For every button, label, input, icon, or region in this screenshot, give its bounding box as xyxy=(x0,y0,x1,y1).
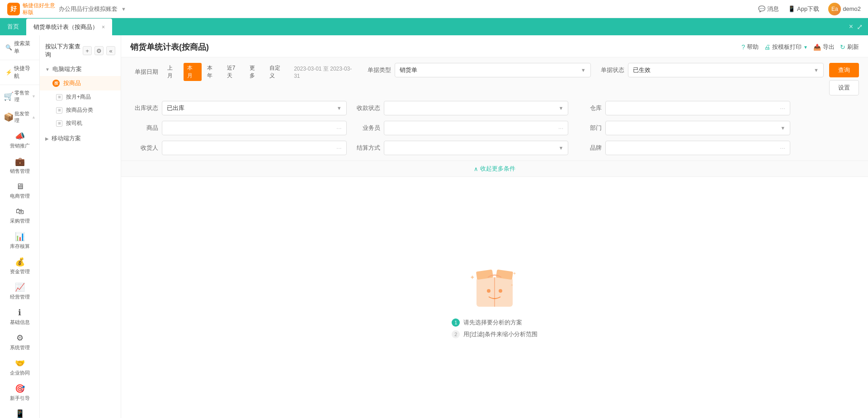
print-dropdown-icon[interactable]: ▼ xyxy=(803,45,808,50)
scheme-group-mobile-header[interactable]: ▶ 移动端方案 xyxy=(40,132,121,145)
filter-inner: 单据日期 上月 本月 本年 近7天 更多 自定义 20 xyxy=(121,57,868,155)
message-icon: 💬 xyxy=(758,5,765,12)
scheme-item-by-month-product[interactable]: ⊞ 按月+商品 xyxy=(40,90,121,104)
search-menu[interactable]: 🔍 搜索菜单 xyxy=(0,35,39,60)
salesperson-input[interactable]: ··· xyxy=(384,121,569,135)
svg-point-4 xyxy=(487,289,491,293)
sidebar-item-appcenter[interactable]: 📱 应用中心 xyxy=(0,404,39,418)
consignee-input[interactable]: ··· xyxy=(162,141,347,155)
tab-minimize-icon[interactable]: × xyxy=(849,23,853,31)
sidebar-item-ecommerce[interactable]: 🖥 电商管理 xyxy=(0,177,39,202)
sidebar-item-sales[interactable]: 💼 销售管理 xyxy=(0,152,39,177)
scheme-settings-button[interactable]: ⚙ xyxy=(94,46,104,55)
print-icon: 🖨 xyxy=(764,43,770,51)
help-button[interactable]: ? 帮助 xyxy=(741,43,759,51)
doc-status-input[interactable]: 已生效 ▼ xyxy=(628,63,824,77)
date-tab-7days[interactable]: 近7天 xyxy=(223,63,245,81)
scheme-collapse-button[interactable]: « xyxy=(106,46,115,55)
out-status-label: 出库状态 xyxy=(130,104,162,112)
tab-maximize-icon[interactable]: ⤢ xyxy=(857,23,863,31)
doc-type-input[interactable]: 销货单 ▼ xyxy=(395,63,590,77)
date-tab-more[interactable]: 更多 xyxy=(246,63,264,81)
empty-steps: 1 请先选择要分析的方案 2 用[过滤]条件来缩小分析范围 xyxy=(452,318,537,338)
out-status-value: 已出库 xyxy=(167,104,184,112)
consignee-label: 收货人 xyxy=(130,144,162,152)
page-title-bar: 销货单统计表(按商品) ? 帮助 🖨 按模板打印 ▼ 📤 导出 xyxy=(121,35,868,57)
brand-dots-icon[interactable]: ··· xyxy=(780,144,785,152)
scheme-add-button[interactable]: + xyxy=(83,46,92,55)
salesperson-dots-icon[interactable]: ··· xyxy=(558,124,564,132)
topbar-title: 办公用品行业模拟账套 xyxy=(59,5,118,13)
date-tab-this-year[interactable]: 本年 xyxy=(203,63,222,81)
date-tab-last-month[interactable]: 上月 xyxy=(164,63,182,81)
tab-home[interactable]: 首页 xyxy=(0,18,26,35)
scheme-group-desktop-header[interactable]: ▼ 电脑端方案 xyxy=(40,62,121,76)
avatar: Ea xyxy=(828,3,841,15)
consignee-dots-icon[interactable]: ··· xyxy=(336,144,342,152)
purchase-icon: 🛍 xyxy=(16,207,24,216)
date-tab-this-month[interactable]: 本月 xyxy=(184,63,202,81)
department-label: 部门 xyxy=(574,124,605,132)
finance-icon: 💰 xyxy=(15,257,25,267)
refresh-button[interactable]: ↻ 刷新 xyxy=(840,43,859,51)
product-dots-icon[interactable]: ··· xyxy=(336,124,342,132)
tabbar-actions: × ⤢ xyxy=(849,23,868,31)
doc-status-arrow-icon: ▼ xyxy=(814,67,819,73)
query-button[interactable]: 查询 xyxy=(829,63,859,77)
scheme-header-label: 按以下方案查询 xyxy=(45,43,83,59)
brand-input[interactable]: ··· xyxy=(605,141,790,155)
retail-icon: 🛒 xyxy=(4,91,14,101)
warehouse-label: 仓库 xyxy=(574,104,605,112)
product-input[interactable]: ··· xyxy=(162,121,347,135)
out-status-input[interactable]: 已出库 ▼ xyxy=(162,101,347,115)
print-button[interactable]: 🖨 按模板打印 ▼ xyxy=(764,43,808,51)
sidebar-item-system[interactable]: ⚙ 系统管理 xyxy=(0,328,39,354)
tab-active[interactable]: 销货单统计表（按商品） × xyxy=(26,19,112,36)
newbie-icon: 🎯 xyxy=(15,384,25,394)
sidebar-item-wholesale[interactable]: 📦 批发管理 ▲ xyxy=(0,106,39,127)
export-button[interactable]: 📤 导出 xyxy=(813,43,835,51)
mobile-group-label: 移动端方案 xyxy=(52,134,81,142)
payment-status-input[interactable]: ▼ xyxy=(384,101,569,115)
operations-icon: 📈 xyxy=(15,282,25,292)
sidebar-item-inventory[interactable]: 📊 库存核算 xyxy=(0,227,39,252)
sidebar-item-operations[interactable]: 📈 经营管理 xyxy=(0,278,39,303)
marketing-icon: 📣 xyxy=(15,131,25,141)
sidebar-item-newbie[interactable]: 🎯 新手引导 xyxy=(0,379,39,404)
warehouse-dots-icon[interactable]: ··· xyxy=(780,104,785,112)
collapse-label: 收起更多条件 xyxy=(480,165,515,173)
settlement-label: 结算方式 xyxy=(352,144,384,152)
sidebar-nav: 🛒 零售管理 ▼ 📦 批发管理 ▲ 📣 营销推广 💼 销售管理 🖥 电商管理 xyxy=(0,85,39,418)
quick-nav[interactable]: ⚡ 快捷导航 xyxy=(0,60,39,85)
app-download-button[interactable]: 📱 App下载 xyxy=(788,5,819,13)
user-menu[interactable]: Ea demo2 xyxy=(828,3,861,15)
scheme-item-by-cashier[interactable]: ⊞ 按司机 xyxy=(40,117,121,130)
department-arrow-icon: ▼ xyxy=(780,125,785,131)
topbar-dropdown-icon[interactable]: ▼ xyxy=(121,6,126,12)
sidebar-item-retail[interactable]: 🛒 零售管理 ▼ xyxy=(0,85,39,106)
settlement-input[interactable]: ▼ xyxy=(384,141,569,155)
sidebar-item-purchase[interactable]: 🛍 采购管理 xyxy=(0,202,39,227)
message-button[interactable]: 💬 消息 xyxy=(758,5,779,13)
empty-state: ✦ ✦ ✦ 1 请先选择要分析的方案 2 用[过滤]条件来缩小分析范围 xyxy=(121,177,868,418)
wholesale-icon: 📦 xyxy=(4,112,14,122)
sidebar-item-marketing[interactable]: 📣 营销推广 xyxy=(0,127,39,152)
svg-point-5 xyxy=(499,289,502,293)
sidebar-item-finance[interactable]: 💰 资金管理 xyxy=(0,252,39,278)
desktop-group-label: 电脑端方案 xyxy=(52,65,82,73)
collapse-bar[interactable]: ∧ 收起更多条件 xyxy=(121,161,868,176)
scheme-item-by-product[interactable]: 按 按商品 xyxy=(40,76,121,90)
department-input[interactable]: ▼ xyxy=(605,121,790,135)
by-month-icon: ⊞ xyxy=(56,94,62,100)
date-range: 2023-03-01 至 2023-03-31 xyxy=(294,65,358,79)
by-category-icon: ⊞ xyxy=(56,107,62,114)
date-tab-custom[interactable]: 自定义 xyxy=(266,63,289,81)
warehouse-input[interactable]: ··· xyxy=(605,101,790,115)
tab-close-icon[interactable]: × xyxy=(102,24,105,30)
scheme-item-by-category[interactable]: ⊞ 按商品分类 xyxy=(40,104,121,117)
sidebar-item-basic[interactable]: ℹ 基础信息 xyxy=(0,303,39,328)
scheme-group-mobile: ▶ 移动端方案 xyxy=(40,132,121,145)
settings-button[interactable]: 设置 xyxy=(829,80,859,95)
inventory-icon: 📊 xyxy=(15,232,25,242)
sidebar-item-enterprise[interactable]: 🤝 企业协同 xyxy=(0,354,39,379)
